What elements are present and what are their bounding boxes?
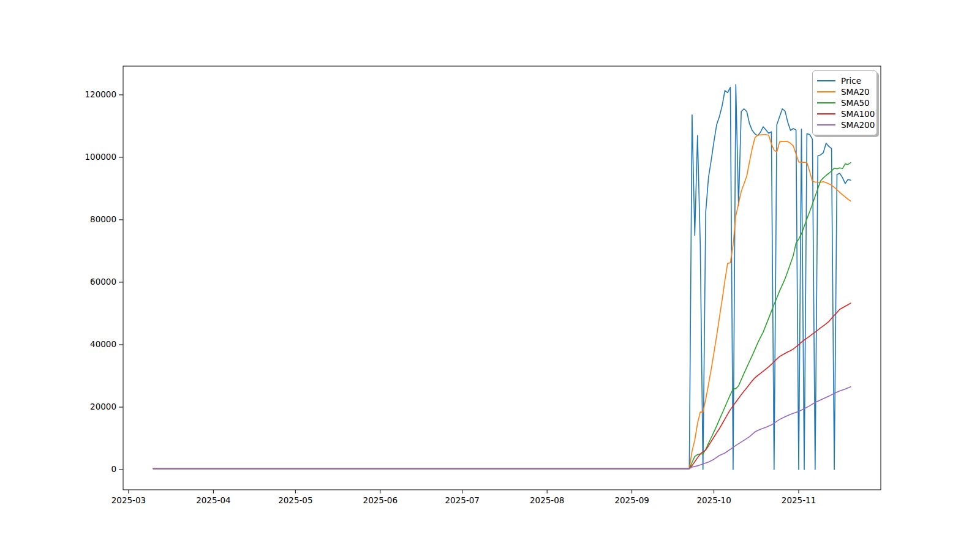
legend: Price SMA20 SMA50 SMA100 SMA200 <box>812 70 877 135</box>
price-sma-chart-figure: 2025-032025-042025-052025-062025-072025-… <box>0 0 980 551</box>
y-tick-label: 60000 <box>90 277 116 287</box>
legend-entry-sma50: SMA50 <box>817 97 873 108</box>
legend-entry-sma200: SMA200 <box>817 119 873 130</box>
x-tick-label: 2025-06 <box>363 495 398 505</box>
x-tick-label: 2025-11 <box>782 495 816 505</box>
sma20-line-sample <box>817 91 835 92</box>
legend-label: Price <box>841 75 861 86</box>
x-tick-label: 2025-05 <box>278 495 312 505</box>
x-tick-label: 2025-07 <box>445 495 480 505</box>
plot-spines <box>123 66 881 490</box>
sma100-line-sample <box>817 113 835 114</box>
y-tick-label: 100000 <box>85 152 116 162</box>
x-tick-label: 2025-08 <box>530 495 564 505</box>
legend-label: SMA200 <box>841 119 875 130</box>
y-tick-label: 120000 <box>85 89 116 99</box>
legend-label: SMA100 <box>841 108 875 119</box>
legend-entry-price: Price <box>817 75 873 86</box>
sma200-line-sample <box>817 124 835 126</box>
y-tick-label: 40000 <box>90 339 116 349</box>
legend-label: SMA20 <box>841 86 870 97</box>
y-tick-label: 0 <box>111 464 116 474</box>
legend-entry-sma20: SMA20 <box>817 86 873 97</box>
y-tick-label: 80000 <box>90 214 116 224</box>
x-tick-label: 2025-03 <box>111 495 146 505</box>
legend-entry-sma100: SMA100 <box>817 108 873 119</box>
x-tick-label: 2025-10 <box>696 495 731 505</box>
price-line-sample <box>817 80 835 81</box>
x-tick-label: 2025-09 <box>614 495 649 505</box>
sma50-line-sample <box>817 102 835 103</box>
x-tick-label: 2025-04 <box>196 495 230 505</box>
y-tick-label: 20000 <box>90 402 116 411</box>
legend-label: SMA50 <box>841 97 870 108</box>
